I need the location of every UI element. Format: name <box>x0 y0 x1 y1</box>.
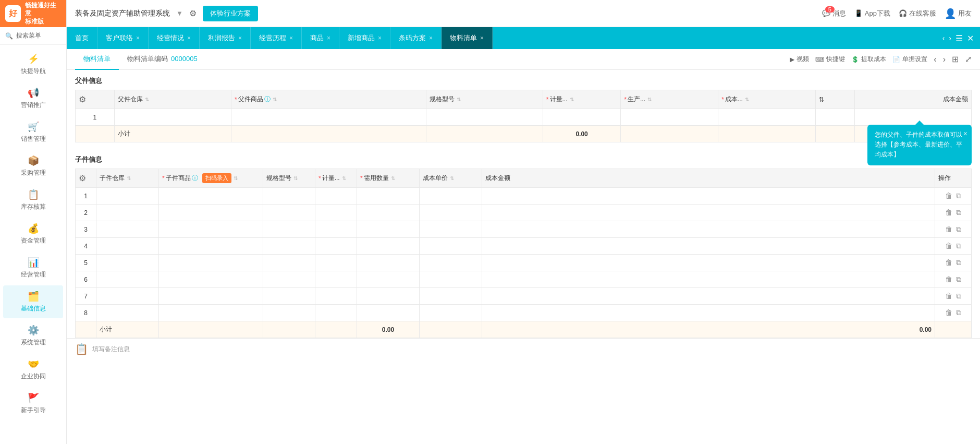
tab-close-new-goods[interactable]: × <box>378 34 382 42</box>
child-row-warehouse[interactable] <box>96 238 159 255</box>
tab-customer[interactable]: 客户联络 × <box>97 27 149 49</box>
tab-menu[interactable]: ☰ <box>953 33 965 43</box>
copy-icon[interactable]: ⧉ <box>956 191 961 200</box>
tab-profit[interactable]: 利润报告 × <box>200 27 251 49</box>
child-row-warehouse[interactable] <box>96 305 159 321</box>
scan-badge[interactable]: 扫码录入 <box>202 173 231 183</box>
tab-nav-right[interactable]: › <box>947 34 953 42</box>
child-row-spec[interactable] <box>263 288 315 305</box>
tab-history[interactable]: 经营历程 × <box>251 27 302 49</box>
view-action[interactable]: ▶ 视频 <box>790 55 809 64</box>
sidebar-item-basic[interactable]: 🗂️ 基础信息 <box>3 285 63 318</box>
copy-icon[interactable]: ⧉ <box>956 258 961 267</box>
cost-action[interactable]: 💲 提取成本 <box>851 55 886 64</box>
child-row-goods[interactable] <box>159 255 263 271</box>
child-row-unit[interactable] <box>315 221 357 238</box>
child-row-goods[interactable] <box>159 205 263 221</box>
child-row-goods[interactable] <box>159 288 263 305</box>
child-row-unit-price[interactable] <box>420 305 482 321</box>
copy-icon[interactable]: ⧉ <box>956 208 961 217</box>
child-info-icon[interactable]: ⓘ <box>192 174 198 183</box>
child-row-spec[interactable] <box>263 221 315 238</box>
online-service-btn[interactable]: 🎧 在线客服 <box>899 9 936 18</box>
child-row-unit[interactable] <box>315 255 357 271</box>
child-row-unit[interactable] <box>315 288 357 305</box>
child-row-unit[interactable] <box>315 188 357 205</box>
child-row-unit-price[interactable] <box>420 271 482 288</box>
sidebar-item-operations[interactable]: 📊 经营管理 <box>3 251 63 284</box>
shortcut-action[interactable]: ⌨ 快捷键 <box>815 55 845 64</box>
sidebar-item-finance[interactable]: 💰 资金管理 <box>3 218 63 250</box>
copy-icon[interactable]: ⧉ <box>956 242 961 250</box>
child-row-unit-price[interactable] <box>420 288 482 305</box>
tab-close-barcode[interactable]: × <box>429 34 433 42</box>
message-btn[interactable]: 💬 5 消息 <box>822 9 846 18</box>
child-row-warehouse[interactable] <box>96 188 159 205</box>
parent-row-1-goods[interactable] <box>231 109 426 126</box>
sidebar-item-guide[interactable]: 🚩 新手引导 <box>3 387 63 420</box>
child-row-qty[interactable] <box>357 221 420 238</box>
nav-next[interactable]: › <box>943 55 946 64</box>
gear-icon[interactable]: ⚙ <box>79 95 86 104</box>
parent-row-1-spec[interactable] <box>426 109 543 126</box>
tab-bom[interactable]: 物料清单 × <box>442 27 493 49</box>
child-row-qty[interactable] <box>357 255 420 271</box>
tab-close-operations[interactable]: × <box>187 34 191 42</box>
child-row-qty[interactable] <box>357 305 420 321</box>
parent-row-1-warehouse[interactable] <box>114 109 231 126</box>
child-row-warehouse[interactable] <box>96 271 159 288</box>
copy-icon[interactable]: ⧉ <box>956 308 961 317</box>
sidebar-item-quick-nav[interactable]: ⚡ 快捷导航 <box>3 48 63 81</box>
tab-new-goods[interactable]: 新增商品 × <box>339 27 390 49</box>
app-download-btn[interactable]: 📱 App下载 <box>854 9 890 18</box>
child-row-unit[interactable] <box>315 305 357 321</box>
tab-close-profit[interactable]: × <box>238 34 242 42</box>
sidebar-item-purchase[interactable]: 📦 采购管理 <box>3 150 63 183</box>
dropdown-icon[interactable]: ▼ <box>176 9 183 17</box>
delete-icon[interactable]: 🗑 <box>945 258 952 267</box>
child-row-spec[interactable] <box>263 271 315 288</box>
sidebar-item-marketing[interactable]: 📢 营销推广 <box>3 82 63 115</box>
child-row-spec[interactable] <box>263 255 315 271</box>
delete-icon[interactable]: 🗑 <box>945 242 952 250</box>
nav-prev[interactable]: ‹ <box>934 55 936 64</box>
user-btn[interactable]: 👤 用友 <box>945 8 972 19</box>
search-menu[interactable]: 🔍 搜索菜单 <box>0 27 66 45</box>
child-row-spec[interactable] <box>263 188 315 205</box>
tab-close-all[interactable]: ✕ <box>965 33 976 43</box>
child-row-warehouse[interactable] <box>96 221 159 238</box>
delete-icon[interactable]: 🗑 <box>945 191 952 200</box>
child-row-spec[interactable] <box>263 205 315 221</box>
child-row-qty[interactable] <box>357 238 420 255</box>
delete-icon[interactable]: 🗑 <box>945 308 952 317</box>
grid-view[interactable]: ⊞ <box>952 54 959 64</box>
child-row-spec[interactable] <box>263 238 315 255</box>
gear-icon-child[interactable]: ⚙ <box>79 174 86 183</box>
child-row-goods[interactable] <box>159 238 263 255</box>
child-row-qty[interactable] <box>357 288 420 305</box>
trial-btn[interactable]: 体验行业方案 <box>203 6 258 21</box>
settings-action[interactable]: 📄 单据设置 <box>892 55 927 64</box>
tab-close-customer[interactable]: × <box>136 34 140 42</box>
tab-nav-left[interactable]: ‹ <box>940 34 947 42</box>
parent-row-1-unit[interactable] <box>543 109 620 126</box>
delete-icon[interactable]: 🗑 <box>945 225 952 233</box>
child-row-unit-price[interactable] <box>420 238 482 255</box>
child-row-warehouse[interactable] <box>96 288 159 305</box>
sub-tab-bom-code[interactable]: 物料清单编码 0000005 <box>119 49 206 70</box>
child-row-goods[interactable] <box>159 305 263 321</box>
tab-goods[interactable]: 商品 × <box>302 27 339 49</box>
child-row-unit[interactable] <box>315 238 357 255</box>
child-row-goods[interactable] <box>159 221 263 238</box>
child-row-qty[interactable] <box>357 205 420 221</box>
child-row-warehouse[interactable] <box>96 205 159 221</box>
child-row-goods[interactable] <box>159 188 263 205</box>
child-row-unit-price[interactable] <box>420 221 482 238</box>
child-row-qty[interactable] <box>357 188 420 205</box>
child-row-qty[interactable] <box>357 271 420 288</box>
parent-row-1-cost[interactable] <box>718 109 816 126</box>
tab-home[interactable]: 首页 <box>67 27 97 49</box>
tooltip-close-btn[interactable]: × <box>963 128 967 139</box>
tab-close-bom[interactable]: × <box>480 34 484 42</box>
child-row-spec[interactable] <box>263 305 315 321</box>
